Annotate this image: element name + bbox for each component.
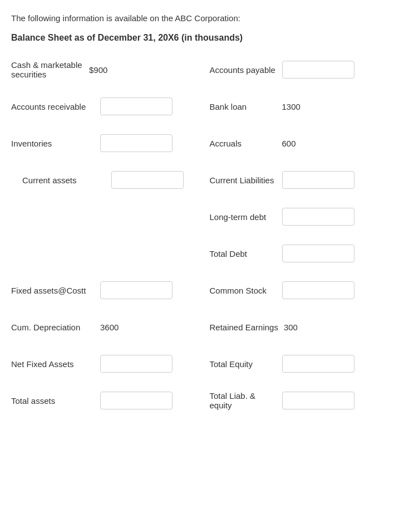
right-total-liab-equity: Total Liab. & equity — [210, 391, 408, 410]
right-accruals: Accruals 600 — [210, 139, 408, 148]
accruals-value: 600 — [282, 139, 310, 148]
row-inventories: Inventories Accruals 600 — [11, 130, 408, 157]
left-cash: Cash & marketable securities $900 — [11, 60, 210, 79]
row-total-assets: Total assets Total Liab. & equity — [11, 387, 408, 414]
right-long-term-debt: Long-term debt — [210, 208, 408, 226]
left-cum-depreciation: Cum. Depreciation 3600 — [11, 323, 210, 332]
balance-sheet: Cash & marketable securities $900 Accoun… — [11, 56, 408, 414]
common-stock-input[interactable] — [282, 281, 354, 299]
inventories-input[interactable] — [100, 134, 172, 152]
accounts-payable-input[interactable] — [282, 61, 354, 79]
total-debt-input[interactable] — [282, 245, 354, 262]
cash-value: $900 — [89, 65, 117, 75]
current-assets-input[interactable] — [111, 171, 184, 189]
total-assets-label: Total assets — [11, 396, 95, 406]
row-current-assets: Current assets Current Liabilities — [11, 167, 408, 193]
accruals-label: Accruals — [210, 139, 277, 148]
total-debt-label: Total Debt — [210, 249, 277, 258]
accounts-receivable-label: Accounts receivable — [11, 102, 95, 111]
row-fixed-assets: Fixed assets@Costt Common Stock — [11, 277, 408, 304]
row-net-fixed-assets: Net Fixed Assets Total Equity — [11, 350, 408, 377]
retained-earnings-label: Retained Earnings — [210, 323, 278, 332]
cum-depreciation-value: 3600 — [100, 323, 128, 332]
retained-earnings-value: 300 — [284, 323, 312, 332]
intro-text: The following information is available o… — [11, 13, 408, 23]
bank-loan-label: Bank loan — [210, 102, 277, 111]
cash-label: Cash & marketable securities — [11, 60, 83, 79]
right-total-debt: Total Debt — [210, 245, 408, 262]
total-equity-label: Total Equity — [210, 359, 277, 369]
inventories-label: Inventories — [11, 139, 95, 148]
left-net-fixed-assets: Net Fixed Assets — [11, 355, 210, 373]
net-fixed-assets-input[interactable] — [100, 355, 172, 373]
row-cum-depreciation: Cum. Depreciation 3600 Retained Earnings… — [11, 314, 408, 340]
right-accounts-payable: Accounts payable — [210, 61, 408, 79]
row-cash: Cash & marketable securities $900 Accoun… — [11, 56, 408, 83]
current-liabilities-label: Current Liabilities — [210, 175, 277, 185]
bank-loan-value: 1300 — [282, 102, 310, 111]
accounts-payable-label: Accounts payable — [210, 65, 277, 75]
row-total-debt: Total Debt — [11, 240, 408, 267]
net-fixed-assets-label: Net Fixed Assets — [11, 359, 95, 369]
left-total-assets: Total assets — [11, 392, 210, 409]
right-current-liabilities: Current Liabilities — [210, 171, 408, 189]
current-assets-label: Current assets — [22, 175, 106, 185]
section-title: Balance Sheet as of December 31, 20X6 (i… — [11, 33, 408, 43]
left-accounts-receivable: Accounts receivable — [11, 97, 210, 115]
right-common-stock: Common Stock — [210, 281, 408, 299]
left-inventories: Inventories — [11, 134, 210, 152]
fixed-assets-input[interactable] — [100, 281, 172, 299]
row-long-term-debt: Long-term debt — [11, 203, 408, 230]
total-liab-equity-input[interactable] — [282, 392, 354, 409]
left-fixed-assets: Fixed assets@Costt — [11, 281, 210, 299]
common-stock-label: Common Stock — [210, 286, 277, 295]
accounts-receivable-input[interactable] — [100, 97, 172, 115]
total-equity-input[interactable] — [282, 355, 354, 373]
total-assets-input[interactable] — [100, 392, 172, 409]
left-current-assets: Current assets — [11, 171, 210, 189]
right-bank-loan: Bank loan 1300 — [210, 102, 408, 111]
current-liabilities-input[interactable] — [282, 171, 354, 189]
right-retained-earnings: Retained Earnings 300 — [210, 323, 408, 332]
total-liab-equity-label: Total Liab. & equity — [210, 391, 277, 410]
right-total-equity: Total Equity — [210, 355, 408, 373]
row-accounts-receivable: Accounts receivable Bank loan 1300 — [11, 93, 408, 120]
long-term-debt-input[interactable] — [282, 208, 354, 226]
fixed-assets-label: Fixed assets@Costt — [11, 286, 95, 295]
cum-depreciation-label: Cum. Depreciation — [11, 323, 95, 332]
long-term-debt-label: Long-term debt — [210, 212, 277, 222]
